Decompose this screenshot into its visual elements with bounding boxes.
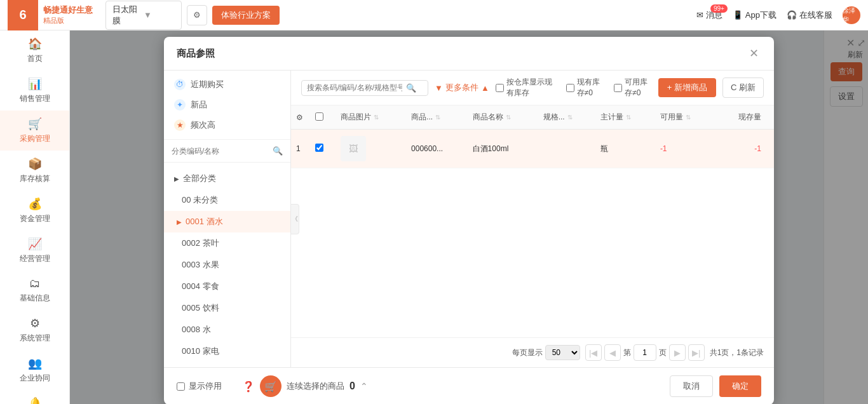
collapse-panel-button[interactable]: 《 xyxy=(290,204,299,234)
category-item-drinks[interactable]: 0005 饮料 xyxy=(164,297,290,319)
th-unit: 主计量 ⇅ xyxy=(595,105,655,130)
cell-spec xyxy=(538,130,596,168)
category-item-water[interactable]: 0008 水 xyxy=(164,319,290,340)
sidebar-item-finance[interactable]: 💰 资金管理 xyxy=(0,191,69,231)
modal-close-button[interactable]: ✕ xyxy=(746,46,761,61)
category-search-bar: 🔍 xyxy=(164,140,290,163)
select-all-checkbox[interactable] xyxy=(315,112,323,121)
experience-button[interactable]: 体验行业方案 xyxy=(212,6,280,25)
product-table-container: ⚙ 商品图片 ⇅ xyxy=(291,105,774,337)
category-item-appliances[interactable]: 0010 家电 xyxy=(164,340,290,362)
purchase-icon: 🛒 xyxy=(28,117,42,131)
checkbox-available-stock-input[interactable] xyxy=(614,84,622,92)
next-page-button[interactable]: ▶ xyxy=(669,344,686,361)
sidebar-item-home[interactable]: 🏠 首页 xyxy=(0,30,69,71)
category-item-tea[interactable]: 0002 茶叶 xyxy=(164,232,290,254)
sidebar-item-system[interactable]: ⚙ 系统管理 xyxy=(0,310,69,350)
messages-button[interactable]: ✉ 消息 99+ xyxy=(696,10,722,21)
cell-stock: -1 xyxy=(714,130,774,168)
guide-icon: 🔔 xyxy=(28,396,42,404)
sidebar-item-inventory[interactable]: 📦 库存核算 xyxy=(0,151,69,191)
settings-icon[interactable]: ⚙ xyxy=(187,5,207,25)
sidebar-item-purchase[interactable]: 🛒 采购管理 xyxy=(0,111,69,151)
category-search-input[interactable] xyxy=(172,147,269,156)
sidebar-item-collab[interactable]: 👥 企业协同 xyxy=(0,350,69,390)
inventory-icon: 📦 xyxy=(28,157,42,171)
category-item-liquor[interactable]: ▶ 0001 酒水 xyxy=(164,211,290,232)
cart-summary: ❓ 🛒 连续选择的商品 0 ⌃ xyxy=(242,375,660,397)
sort-icon-spec: ⇅ xyxy=(567,114,573,121)
sort-available[interactable]: 可用量 ⇅ xyxy=(660,112,710,123)
cancel-button[interactable]: 取消 xyxy=(670,375,713,397)
page-size-dropdown[interactable]: 50 10 20 100 xyxy=(545,345,580,360)
sidebar-item-business[interactable]: 📈 经营管理 xyxy=(0,231,69,271)
sidebar-item-guide[interactable]: 🔔 新手引导 xyxy=(0,390,69,404)
category-item-unclassified[interactable]: 00 未分类 xyxy=(164,189,290,211)
app-download-button[interactable]: 📱 App下载 xyxy=(733,10,776,21)
quick-link-new[interactable]: ✦ 新品 xyxy=(164,95,290,115)
product-reference-modal: 商品参照 ✕ ⏱ 近期购买 ✦ xyxy=(164,37,774,404)
prev-page-button[interactable]: ◀ xyxy=(604,344,621,361)
user-profile[interactable]: 徐泽华 xyxy=(843,6,860,24)
confirm-button[interactable]: 确定 xyxy=(719,375,761,397)
filter-button[interactable]: ▼ 更多条件 ▲ xyxy=(435,82,489,93)
finance-icon: 💰 xyxy=(28,197,42,211)
message-icon: ✉ xyxy=(696,10,703,20)
help-icon[interactable]: ❓ xyxy=(242,380,255,393)
table-row[interactable]: 1 🖼 xyxy=(291,130,774,168)
modal-title: 商品参照 xyxy=(177,48,746,60)
th-num: ⚙ xyxy=(291,105,310,130)
sidebar-item-basic[interactable]: 🗂 基础信息 xyxy=(0,271,69,310)
product-search-input[interactable] xyxy=(307,83,402,92)
checkbox-available-stock[interactable]: 可用库存≠0 xyxy=(614,77,652,98)
quick-links: ⏱ 近期购买 ✦ 新品 ★ 频次高 xyxy=(164,71,290,140)
disabled-checkbox-input[interactable] xyxy=(177,382,185,391)
th-stock: 现存量 xyxy=(714,105,774,130)
checkbox-warehouse[interactable]: 按仓库显示现有库存 xyxy=(496,77,556,98)
sort-img[interactable]: 商品图片 ⇅ xyxy=(341,112,401,123)
sort-spec[interactable]: 规格... ⇅ xyxy=(543,112,591,123)
display-disabled-checkbox[interactable]: 显示停用 xyxy=(177,380,222,392)
cell-unit: 瓶 xyxy=(595,130,655,168)
sort-unit[interactable]: 主计量 ⇅ xyxy=(600,112,650,123)
sidebar-label-system: 系统管理 xyxy=(20,333,50,344)
cart-icon[interactable]: 🛒 xyxy=(260,375,281,397)
quick-link-recent[interactable]: ⏱ 近期购买 xyxy=(164,74,290,95)
company-selector[interactable]: 日太阳膜 ▼ xyxy=(105,1,182,30)
sort-icon-code: ⇅ xyxy=(435,114,440,121)
last-page-button[interactable]: ▶| xyxy=(688,344,705,361)
search-btn-icon[interactable]: 🔍 xyxy=(406,83,416,93)
checkbox-warehouse-input[interactable] xyxy=(496,84,504,92)
row-checkbox[interactable] xyxy=(315,144,323,152)
checkbox-current-stock-input[interactable] xyxy=(566,84,574,92)
quick-link-freq[interactable]: ★ 频次高 xyxy=(164,115,290,135)
sort-code[interactable]: 商品... ⇅ xyxy=(411,112,463,123)
page-number-input[interactable] xyxy=(634,344,656,361)
refresh-button[interactable]: C 刷新 xyxy=(722,77,764,98)
home-icon: 🏠 xyxy=(28,37,42,51)
th-available: 可用量 ⇅ xyxy=(655,105,715,130)
sort-name[interactable]: 商品名称 ⇅ xyxy=(473,112,533,123)
sidebar-label-purchase: 采购管理 xyxy=(20,133,50,144)
sidebar-label-basic: 基础信息 xyxy=(20,293,50,304)
category-item-snacks[interactable]: 0004 零食 xyxy=(164,276,290,297)
navbar: 6 畅捷通好生意 精品版 日太阳膜 ▼ ⚙ 体验行业方案 ✉ 消息 99+ 📱 … xyxy=(0,0,868,30)
sidebar-item-sales[interactable]: 📊 销售管理 xyxy=(0,71,69,111)
footer-actions: 取消 确定 xyxy=(670,375,761,397)
checkbox-current-stock[interactable]: 现有库存≠0 xyxy=(566,77,604,98)
page-total: 共1页，1条记录 xyxy=(710,347,764,358)
category-item-all[interactable]: ▶ 全部分类 xyxy=(164,168,290,189)
search-icon[interactable]: 🔍 xyxy=(273,146,283,156)
category-item-fruit[interactable]: 0003 水果 xyxy=(164,254,290,276)
layout: 🏠 首页 📊 销售管理 🛒 采购管理 📦 库存核算 💰 资金管理 📈 经营管理 … xyxy=(0,30,868,404)
th-spec: 规格... ⇅ xyxy=(538,105,596,130)
product-toolbar: 🔍 ▼ 更多条件 ▲ 按仓库显示现有库存 xyxy=(291,71,774,105)
sidebar-label-home: 首页 xyxy=(27,53,43,64)
cart-collapse-button[interactable]: ⌃ xyxy=(360,381,368,391)
cell-checkbox xyxy=(310,130,336,168)
sort-icon: ⇅ xyxy=(374,114,379,121)
first-page-button[interactable]: |◀ xyxy=(585,344,602,361)
gear-icon[interactable]: ⚙ xyxy=(296,113,303,122)
customer-service-button[interactable]: 🎧 在线客服 xyxy=(787,10,832,21)
add-product-button[interactable]: + 新增商品 xyxy=(658,78,716,97)
